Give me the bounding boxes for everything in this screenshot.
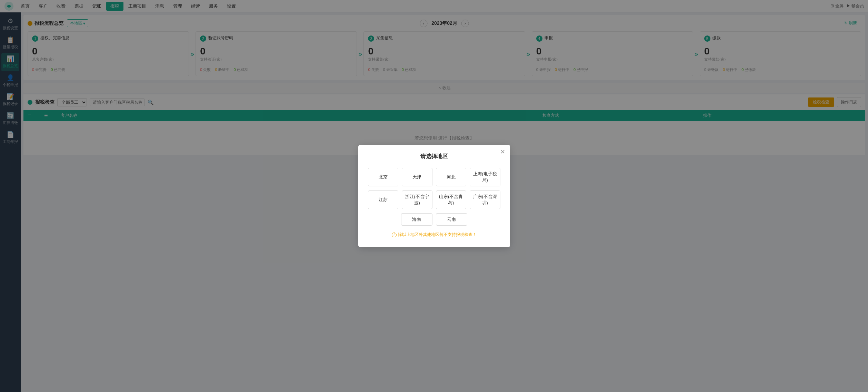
region-beijing[interactable]: 北京: [368, 168, 399, 186]
region-row-2: 江苏 浙江(不含宁波) 山东(不含青岛) 广东(不含深圳): [368, 190, 500, 209]
region-guangdong[interactable]: 广东(不含深圳): [470, 190, 500, 209]
region-jiangsu[interactable]: 江苏: [368, 190, 399, 209]
region-hainan[interactable]: 海南: [401, 213, 432, 226]
region-shandong[interactable]: 山东(不含青岛): [436, 190, 467, 209]
region-hebei[interactable]: 河北: [436, 168, 467, 186]
modal-close-button[interactable]: ✕: [500, 149, 505, 155]
region-shanghai[interactable]: 上海(电子税局): [470, 168, 500, 186]
warning-icon: i: [392, 233, 397, 237]
region-select-modal: ✕ 请选择地区 北京 天津 河北 上海(电子税局) 江苏 浙江(不含宁波) 山东…: [358, 145, 510, 247]
region-zhejiang[interactable]: 浙江(不含宁波): [402, 190, 432, 209]
modal-title: 请选择地区: [368, 153, 500, 160]
region-row-1: 北京 天津 河北 上海(电子税局): [368, 168, 500, 186]
modal-warning: i 除以上地区外其他地区暂不支持报税检查！: [368, 232, 500, 238]
region-yunnan[interactable]: 云南: [436, 213, 467, 226]
region-tianjin[interactable]: 天津: [402, 168, 432, 186]
modal-overlay[interactable]: ✕ 请选择地区 北京 天津 河北 上海(电子税局) 江苏 浙江(不含宁波) 山东…: [0, 0, 868, 392]
region-row-3: 海南 云南: [368, 213, 500, 226]
